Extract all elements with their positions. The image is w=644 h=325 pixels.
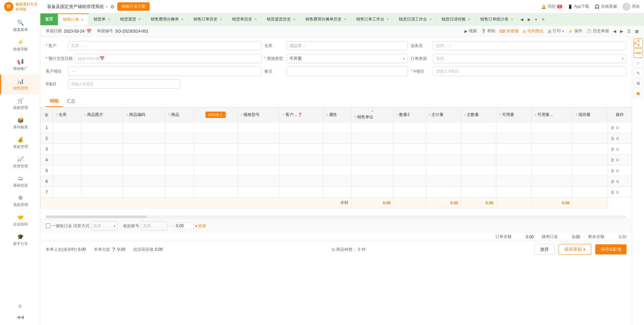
sidebar-collapse-icon[interactable]: ◀◀ (14, 312, 27, 322)
sort-icon[interactable]: ⇅ (326, 113, 328, 116)
tab-close-icon[interactable]: ✕ (220, 17, 222, 21)
profit-btn[interactable]: ◎ 毛利预估 (523, 28, 543, 34)
discard-button[interactable]: 放弃 (534, 244, 555, 255)
save-draft-button[interactable]: 保存草稿 ▾ (559, 244, 591, 255)
row-spec-1[interactable] (237, 122, 279, 133)
sort-icon[interactable]: ⇅ (240, 113, 243, 116)
tab-close-all-btn[interactable]: ✕ (539, 13, 547, 26)
view-toggle-list[interactable]: ☰ (627, 29, 631, 34)
sidebar-item-purchase[interactable]: 🛒 采购管理 (0, 94, 40, 114)
tab-fee-history[interactable]: 销售费用分摊单历史 ✕ (301, 13, 351, 26)
row-copy-icon[interactable]: ⧉ (616, 190, 619, 195)
one-key-collect-checkbox[interactable] (46, 224, 50, 228)
row-main-unit-1[interactable] (426, 122, 461, 133)
sidebar-item-system[interactable]: ⚙ 系统管理 (0, 191, 40, 211)
sort-icon[interactable]: ⇅ (282, 113, 285, 116)
sidebar-item-search[interactable]: 🔍 搜索菜单 (0, 16, 40, 36)
material-panel-btn[interactable]: + 物料 (634, 48, 643, 58)
tab-detail[interactable]: 明细 (46, 96, 63, 107)
row-qty2-1[interactable] (393, 122, 426, 133)
tab-close-icon[interactable]: ✕ (81, 18, 84, 22)
sidebar-item-operations[interactable]: 📈 经营管理 (0, 153, 40, 172)
debt-help-icon[interactable]: ❓ (111, 247, 116, 252)
tab-close-icon[interactable]: ✕ (429, 17, 432, 21)
row-avail-qty2-1[interactable] (532, 122, 573, 133)
online-service-item[interactable]: 🎧 在线客服 (595, 4, 617, 9)
tab-daily-clear[interactable]: 钱货日清工作台 ✕ (394, 13, 437, 26)
row-copy-icon[interactable]: ⧉ (616, 158, 619, 162)
customer-more-icon[interactable]: ··· (82, 43, 88, 48)
a-project-input[interactable]: 请输入A项目 (433, 67, 627, 76)
row-copy-icon[interactable]: ⧉ (616, 147, 619, 152)
calendar-small-icon[interactable]: 📅 (100, 56, 105, 61)
sidebar-item-finance[interactable]: 💰 资金管理 (0, 133, 40, 153)
row-warehouse-2[interactable] (53, 133, 81, 144)
row-stock-2[interactable] (572, 133, 608, 144)
sort-icon[interactable]: ⇅ (396, 113, 399, 116)
tab-close-icon[interactable]: ✕ (181, 17, 184, 21)
row-prop-2[interactable] (323, 133, 351, 144)
row-code-2[interactable] (123, 133, 165, 144)
tab-sales-goods[interactable]: 销货单 ✕ (89, 13, 115, 26)
shortcut-btn[interactable]: ⌨ 快捷键 (499, 28, 519, 34)
account-more-icon[interactable]: ··· (169, 224, 172, 228)
panel-btn-5[interactable]: ⊞ (634, 79, 643, 88)
gear-icon[interactable]: ⚙ (110, 4, 115, 9)
sort-icon[interactable]: ⇅ (126, 113, 128, 116)
sort-icon[interactable]: ⇅ (428, 113, 431, 116)
tab-sales-return[interactable]: 销货退货 ✕ (115, 13, 146, 26)
staff-more-icon[interactable]: ··· (447, 43, 453, 48)
payment-method-select[interactable]: 选择... ▾ (91, 221, 118, 231)
tab-close-icon[interactable]: ✕ (386, 17, 389, 21)
row-product-1[interactable] (165, 122, 194, 133)
row-avail2-2[interactable] (532, 133, 573, 144)
sidebar-item-marketing[interactable]: 📢 营销推广 (0, 55, 40, 75)
warehouse-input[interactable]: 成品库 ··· (287, 41, 408, 50)
row-munit-2[interactable] (426, 133, 461, 144)
row-copy-icon[interactable]: ⧉ (616, 125, 619, 130)
row-warehouse-1[interactable] (53, 122, 81, 133)
tab-home[interactable]: 首页 (40, 13, 58, 26)
tab-statistics[interactable]: 销售订单统计表 ✕ (476, 13, 518, 26)
row-scan-2[interactable] (194, 133, 237, 144)
solution-button[interactable]: 体验行业方案 (117, 2, 150, 11)
sidebar-item-sales[interactable]: 📊 销售管理 (0, 75, 40, 94)
tab-close-icon[interactable]: ✕ (293, 17, 296, 21)
note-input[interactable] (287, 67, 408, 76)
tab-prev-btn[interactable]: ◀ (518, 13, 526, 26)
row-avail-qty-1[interactable] (496, 122, 532, 133)
tab-close-icon[interactable]: ✕ (254, 17, 257, 21)
pager-next-btn[interactable]: ▶ (620, 29, 623, 34)
tab-sales-history[interactable]: 销售订单历史 ✕ (189, 13, 227, 26)
row-delete-icon[interactable]: 🗑 (611, 179, 615, 184)
sidebar-item-guide[interactable]: 🎓 新手引导 (0, 230, 40, 250)
b-project-input[interactable]: 请输入B项目 (68, 79, 180, 89)
tab-close-icon[interactable]: ✕ (344, 17, 346, 21)
sort-icon[interactable]: ⇅ (464, 113, 466, 116)
row-cspec-2[interactable] (280, 133, 323, 144)
save-draft-dropdown-icon[interactable]: ▾ (583, 247, 585, 252)
row-copy-icon[interactable]: ⧉ (616, 179, 619, 184)
row-image-1[interactable] (81, 122, 123, 133)
row-avail-2[interactable] (496, 133, 532, 144)
tab-reconciliation[interactable]: 钱货日清对账 ✕ (437, 13, 476, 26)
operation-btn[interactable]: ⚡ 操作 (568, 28, 582, 34)
sidebar-item-collaboration[interactable]: 🤝 企业协同 (0, 211, 40, 230)
amount-input[interactable] (174, 222, 194, 229)
sidebar-item-inventory[interactable]: 📦 库存核算 (0, 114, 40, 133)
row-stock-1[interactable] (572, 122, 608, 133)
account-select[interactable]: 选择... (141, 221, 167, 231)
th-config[interactable]: ⚙ (41, 108, 53, 122)
scan-input-btn[interactable]: 扫码录入 (205, 112, 226, 118)
row-copy-icon[interactable]: ⧉ (616, 168, 619, 173)
add-btn[interactable]: ● 添加 (195, 223, 206, 229)
sort-icon[interactable]: ⇅ (84, 113, 86, 116)
print-dropdown-icon[interactable]: ▾ (562, 30, 564, 33)
help-btn[interactable]: ❓ 帮助 (481, 28, 495, 34)
date-value[interactable]: 2023-03-24 (64, 29, 84, 34)
row-delete-icon[interactable]: 🗑 (611, 147, 615, 152)
horizontal-scrollbar[interactable] (46, 215, 627, 218)
sidebar-item-basic-info[interactable]: 🗂 基础信息 (0, 172, 40, 191)
print-btn[interactable]: 🖨 打印 ▾ (547, 28, 564, 34)
row-qty2-2[interactable] (393, 133, 426, 144)
